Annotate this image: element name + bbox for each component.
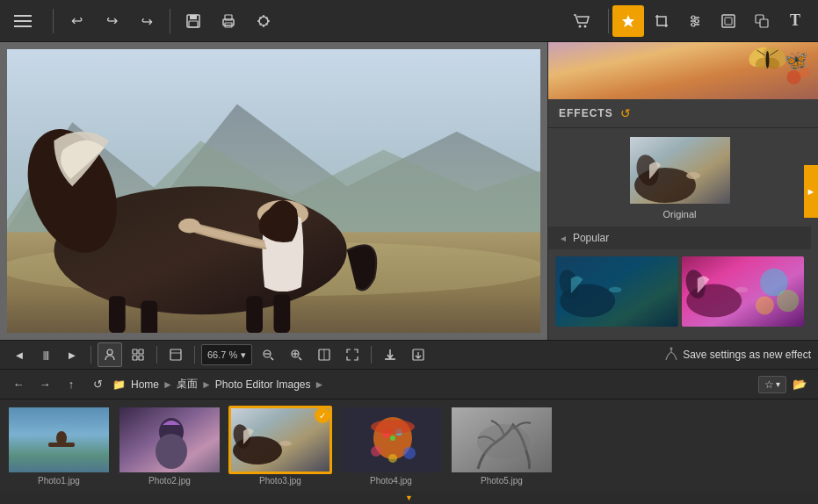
thumb-label-photo2: Photo2.jpg [148,476,191,486]
content-row: EFFECTS ↺ [0,42,818,340]
svg-point-8 [584,25,587,27]
frames-tool-button[interactable] [713,5,744,37]
favorites-button[interactable]: ☆ ▾ [758,376,786,393]
svg-rect-63 [139,356,143,360]
display-mode-button[interactable] [163,342,188,367]
svg-rect-64 [170,349,181,360]
effects-panel: EFFECTS ↺ [547,42,818,340]
original-preview [630,137,730,204]
save-effect-icon [663,347,679,363]
svg-point-38 [766,51,770,68]
zoom-in-button[interactable] [284,342,308,367]
svg-rect-2 [189,21,198,27]
adjust-tool-button[interactable] [679,5,711,37]
crop-tool-button[interactable] [646,5,677,37]
svg-rect-1 [190,15,197,19]
thumb-label-photo3: Photo3.jpg [259,476,301,486]
effects-reset-button[interactable]: ↺ [620,106,631,120]
separator-1 [53,9,54,33]
breadcrumb: 📁 Home ► 桌面 ► Photo Editor Images ► [112,377,755,392]
refresh-button[interactable]: ↺ [86,373,109,396]
address-actions: ☆ ▾ 📂 [758,373,811,396]
svg-point-83 [156,434,187,469]
up-button[interactable]: ↑ [60,373,83,396]
svg-rect-28 [141,301,157,333]
original-effect[interactable] [628,135,732,205]
download-button[interactable] [378,342,402,367]
svg-point-80 [56,431,67,445]
popular-effect-2[interactable] [682,256,805,327]
export-button[interactable] [406,342,431,367]
top-toolbar: ↩ ↪ ↩ [0,0,818,42]
fit-to-screen-button[interactable] [312,342,337,367]
hamburger-menu-button[interactable] [7,5,39,37]
thumbnail-photo1[interactable]: Photo1.jpg [7,406,111,486]
undo-button[interactable]: ↩ [61,5,92,37]
breadcrumb-photo-editor-images[interactable]: Photo Editor Images [215,378,311,391]
zoom-out-button[interactable] [256,342,280,367]
thumb-label-photo1: Photo1.jpg [38,476,80,486]
popular-section-header[interactable]: ◄ Popular [548,227,811,249]
cart-button[interactable] [566,5,597,37]
original-section: Original [548,128,811,227]
redo2-button[interactable]: ↩ [131,5,163,37]
text-tool-button[interactable]: T [779,5,811,37]
effects-header: EFFECTS ↺ [548,99,818,128]
sep-2 [156,346,157,364]
effects-tool-button[interactable] [612,5,644,37]
nav-bars-button[interactable]: |||| [33,342,58,367]
breadcrumb-desktop[interactable]: 桌面 [177,377,198,392]
save-effect-area[interactable]: Save settings as new effect [663,347,811,363]
svg-rect-29 [246,296,263,333]
popular-effects-grid [548,249,811,334]
thumbnail-photo3[interactable]: ✓ Photo3.jpg [228,406,332,486]
zoom-dropdown[interactable]: 66.7 % ▾ [201,344,252,365]
person-view-button[interactable] [98,342,122,367]
svg-point-87 [279,441,292,446]
svg-point-57 [777,290,799,312]
canvas-section [0,42,547,340]
print-button[interactable] [213,5,244,37]
redo-button[interactable]: ↪ [96,5,127,37]
panel-expand-arrow[interactable]: ► [804,165,818,218]
zoom-dropdown-arrow: ▾ [241,349,246,361]
bottom-down-arrow[interactable]: ▼ [0,492,818,504]
svg-rect-19 [760,19,768,27]
thumbnail-strip: Photo1.jpg [0,400,818,492]
fullscreen-button[interactable] [340,342,365,367]
thumb-img-photo4 [339,406,443,474]
svg-point-14 [695,19,699,23]
breadcrumb-home[interactable]: Home [131,378,159,391]
effects-content[interactable]: Original ◄ Popular [548,128,818,340]
folder-open-button[interactable]: 📂 [788,373,811,396]
layers-tool-button[interactable] [746,5,778,37]
effects-title: EFFECTS [559,107,613,119]
thumbnail-photo4[interactable]: Photo4.jpg [339,406,443,486]
svg-point-42 [800,68,810,78]
thumbnail-photo2[interactable]: Photo2.jpg [118,406,221,486]
svg-point-46 [686,172,700,179]
nav-right-button[interactable]: ► [60,342,84,367]
forward-button[interactable]: → [33,373,56,396]
back-button[interactable]: ← [7,373,30,396]
svg-rect-60 [133,349,137,354]
navigation-controls: ◄ |||| ► [7,342,84,367]
svg-point-98 [477,424,530,459]
popular-effect-1[interactable] [555,256,678,327]
sep-4 [371,346,372,364]
svg-point-77 [670,348,673,350]
svg-line-72 [299,357,301,360]
thumbnail-view-button[interactable] [126,342,150,367]
svg-rect-17 [725,18,732,25]
breadcrumb-folder-icon: 📁 [112,378,126,391]
save-button[interactable] [177,5,209,37]
svg-line-68 [271,357,273,360]
nav-left-button[interactable]: ◄ [7,342,32,367]
svg-rect-75 [385,358,395,360]
sep-3 [194,346,195,364]
star-icon: ☆ [764,378,774,391]
settings-rotate-button[interactable] [248,5,279,37]
zoom-value: 66.7 % [207,349,237,360]
thumbnail-photo5[interactable]: Photo5.jpg [450,406,554,486]
svg-rect-61 [139,349,143,354]
